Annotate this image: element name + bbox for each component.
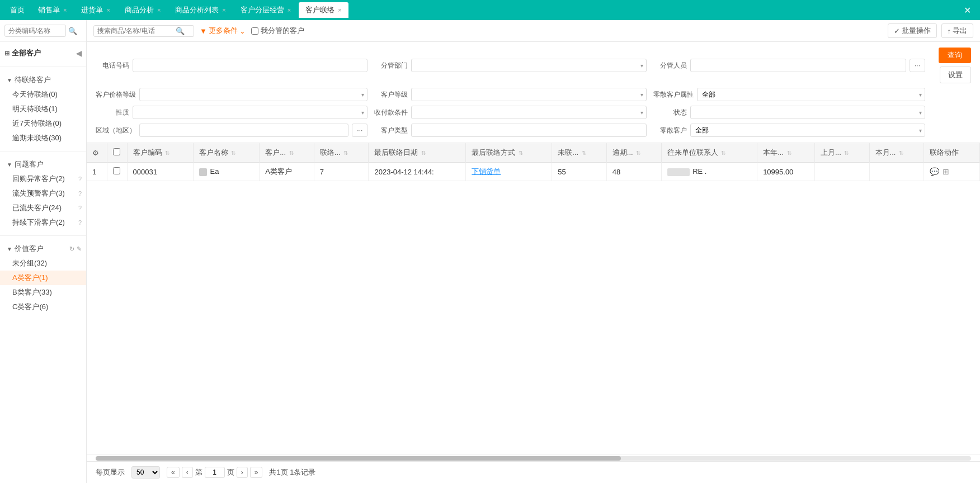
prev-page-btn[interactable]: ‹: [182, 467, 193, 478]
row-checkbox[interactable]: [113, 167, 120, 174]
th-this-month: 本月... ⇅: [869, 143, 924, 163]
select-all-checkbox[interactable]: [113, 148, 120, 155]
retail-attr-label: 零散客户属性: [653, 90, 694, 100]
sidebar-item-churned[interactable]: 已流失客户(24) ?: [0, 201, 86, 215]
nature-select[interactable]: [133, 106, 368, 119]
th-gear[interactable]: ⚙: [87, 143, 107, 163]
my-customers-checkbox[interactable]: [251, 27, 258, 35]
pending-group-header[interactable]: ▼ 待联络客户: [0, 73, 86, 87]
problem-group-header[interactable]: ▼ 问题客户: [0, 157, 86, 172]
td-not-contacted: 55: [552, 163, 607, 181]
sidebar-search-input[interactable]: [4, 25, 66, 37]
query-button[interactable]: 查询: [939, 48, 971, 63]
sort-date-icon: ⇅: [421, 150, 426, 156]
status-label: 状态: [653, 108, 687, 117]
person-input[interactable]: [690, 59, 906, 72]
nav-tab-goods-analysis[interactable]: 商品分析 ×: [118, 2, 167, 18]
top-nav: 首页 销售单 × 进货单 × 商品分析 × 商品分析列表 × 客户分层经营 × …: [0, 0, 980, 20]
batch-operation-button[interactable]: ✓ 批量操作: [888, 23, 937, 38]
last-page-btn[interactable]: »: [250, 467, 263, 478]
edit-group-btn[interactable]: ✎: [77, 245, 82, 253]
price-level-select[interactable]: [139, 88, 368, 101]
region-input[interactable]: [139, 124, 348, 137]
nav-tab-customer-contact[interactable]: 客户联络 ×: [299, 2, 348, 18]
td-index: 1: [87, 163, 107, 181]
chevron-down-icon: ⌄: [239, 27, 246, 35]
retail-attr-select[interactable]: 全部: [697, 88, 925, 101]
sidebar-item-class-a[interactable]: A类客户(1): [0, 271, 86, 285]
status-select[interactable]: [690, 106, 925, 119]
nav-tab-goods-analysis-list[interactable]: 商品分析列表 ×: [168, 2, 232, 18]
phone-input[interactable]: [133, 59, 368, 72]
sort-year-icon: ⇅: [787, 150, 791, 156]
nav-tab-customer-segment[interactable]: 客户分层经营 ×: [234, 2, 298, 18]
horizontal-scrollbar[interactable]: [96, 456, 971, 461]
filter-region: 区域（地区） ···: [96, 124, 368, 137]
sidebar-item-abnormal-repurchase[interactable]: 回购异常客户(2) ?: [0, 172, 86, 186]
sidebar-search-icon[interactable]: 🔍: [68, 27, 77, 35]
region-dots-btn[interactable]: ···: [352, 124, 368, 137]
per-page-select[interactable]: 50 100 200: [131, 466, 160, 479]
td-last-month: [814, 163, 869, 181]
th-overdue: 逾期... ⇅: [606, 143, 661, 163]
retail-customer-select[interactable]: 全部: [690, 124, 925, 137]
qr-action-icon[interactable]: ⊞: [943, 167, 949, 176]
dept-select[interactable]: [411, 59, 646, 72]
close-customer-segment-tab[interactable]: ×: [288, 7, 291, 13]
scrollbar-thumb[interactable]: [96, 456, 621, 461]
first-page-btn[interactable]: «: [167, 467, 180, 478]
filter-search-icon[interactable]: 🔍: [176, 27, 185, 35]
sidebar: 🔍 ⊞ 全部客户 ◀ ▼ 待联络客户 今天待联络(0) 明天待联络(1) 近7天…: [0, 20, 87, 483]
th-last-contact-date: 最后联络日期 ⇅: [369, 143, 466, 163]
customer-level-select[interactable]: [411, 88, 646, 101]
value-group-header[interactable]: ▼ 价值客户 ↻ ✎: [0, 242, 86, 256]
sidebar-item-class-c[interactable]: C类客户(6): [0, 300, 86, 314]
all-customers-header[interactable]: ⊞ 全部客户 ◀: [0, 45, 86, 61]
last-method-link[interactable]: 下销货单: [472, 167, 501, 176]
filter-search-input[interactable]: [97, 27, 176, 35]
price-level-label: 客户价格等级: [96, 90, 136, 100]
payment-select[interactable]: [411, 106, 646, 119]
sidebar-item-today-contact[interactable]: 今天待联络(0): [0, 87, 86, 102]
customer-level-wrap: ▾: [411, 88, 646, 101]
more-conditions-btn[interactable]: ▼ 更多条件 ⌄: [200, 26, 246, 36]
nav-tab-home[interactable]: 首页: [4, 5, 30, 15]
sort-person-icon: ⇅: [721, 150, 725, 156]
nav-tab-sales[interactable]: 销售单 ×: [31, 2, 73, 18]
help-icon-1: ?: [78, 176, 82, 182]
message-action-icon[interactable]: 💬: [930, 167, 939, 176]
next-page-btn[interactable]: ›: [237, 467, 248, 478]
sort-type-icon: ⇅: [289, 150, 294, 156]
sidebar-item-overdue-contact[interactable]: 逾期未联络(30): [0, 131, 86, 145]
page-input[interactable]: [205, 467, 225, 478]
sidebar-item-declining[interactable]: 持续下滑客户(2) ?: [0, 215, 86, 230]
adv-filter-row-2: 客户价格等级 ▾ 客户等级 ▾ 零散客户属性: [96, 88, 971, 101]
close-customer-contact-tab[interactable]: ×: [338, 7, 341, 13]
close-sales-tab[interactable]: ×: [63, 7, 67, 13]
sidebar-item-class-b[interactable]: B类客户(33): [0, 285, 86, 300]
close-goods-analysis-tab[interactable]: ×: [157, 7, 161, 13]
sort-contact-icon: ⇅: [343, 150, 348, 156]
close-purchase-tab[interactable]: ×: [106, 7, 110, 13]
close-goods-analysis-list-tab[interactable]: ×: [222, 7, 225, 13]
my-customers-checkbox-wrap[interactable]: 我分管的客户: [251, 26, 304, 36]
gear-icon[interactable]: ⚙: [92, 149, 99, 157]
filter-phone: 电话号码: [96, 59, 368, 72]
sidebar-item-churn-warning[interactable]: 流失预警客户(3) ?: [0, 186, 86, 201]
sidebar-item-tomorrow-contact[interactable]: 明天待联络(1): [0, 102, 86, 116]
sidebar-item-unclassified[interactable]: 未分组(32): [0, 256, 86, 271]
sidebar-all-customers-section: ⊞ 全部客户 ◀: [0, 42, 86, 64]
problem-group-section: ▼ 问题客户 回购异常客户(2) ? 流失预警客户(3) ? 已流失客户(24)…: [0, 154, 86, 233]
nav-tab-purchase[interactable]: 进货单 ×: [74, 2, 116, 18]
refresh-group-btn[interactable]: ↻: [69, 245, 74, 253]
sidebar-item-7days-contact[interactable]: 近7天待联络(0): [0, 116, 86, 131]
person-dots-btn[interactable]: ···: [910, 59, 925, 72]
export-button[interactable]: ↑ 导出: [941, 23, 974, 38]
content-area: 🔍 ▼ 更多条件 ⌄ 我分管的客户 ✓ 批量操作 ↑ 导出: [87, 20, 980, 483]
td-contact-person: RE .: [661, 163, 757, 181]
app-close-button[interactable]: ✕: [959, 5, 976, 16]
per-page-label: 每页显示: [96, 467, 125, 477]
th-code: 客户编码 ⇅: [127, 143, 193, 163]
settings-button[interactable]: 设置: [940, 67, 971, 83]
customer-type-input[interactable]: [411, 124, 646, 137]
